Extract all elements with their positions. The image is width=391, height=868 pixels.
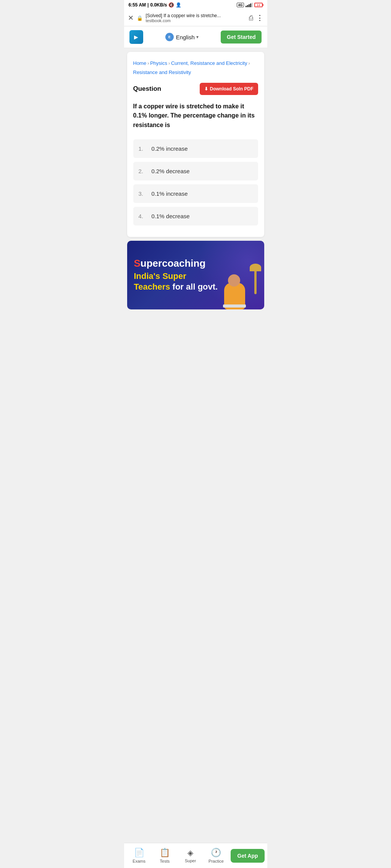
- signal-bars: [246, 3, 253, 7]
- browser-url: [Solved] If a copper wire is stretche...…: [146, 13, 246, 23]
- super-rest: upercoaching: [141, 258, 205, 269]
- user-icon: 👤: [176, 2, 181, 8]
- battery-level: 14: [257, 3, 260, 7]
- browser-menu-icon[interactable]: ⋮: [256, 14, 263, 22]
- option-2-num: 2.: [139, 168, 146, 174]
- option-4-text: 0.1% decrease: [152, 213, 190, 219]
- breadcrumb-category[interactable]: Current, Resistance and Electricity: [171, 60, 247, 68]
- option-4-num: 4.: [139, 213, 146, 219]
- data-speed: 0.0KB/s: [150, 2, 167, 8]
- banner-illustration: [222, 264, 257, 309]
- option-2-text: 0.2% decrease: [152, 168, 190, 174]
- status-left: 6:55 AM | 0.0KB/s 🔇 👤: [129, 2, 182, 8]
- download-pdf-button[interactable]: ⬇ Download Soln PDF: [200, 83, 258, 95]
- domain-label: testbook.com: [146, 18, 246, 23]
- mute-icon: 🔇: [168, 2, 174, 8]
- download-icon: ⬇: [204, 86, 208, 92]
- question-label: Question: [133, 85, 162, 93]
- question-header: Question ⬇ Download Soln PDF: [133, 83, 258, 95]
- main-content-card: Home › Physics › Current, Resistance and…: [127, 52, 264, 237]
- option-2[interactable]: 2. 0.2% decrease: [133, 162, 258, 180]
- share-icon[interactable]: ⎙: [249, 14, 253, 22]
- breadcrumb-sep-1: ›: [147, 60, 149, 67]
- nav-bar: E English ▾ Get Started: [124, 26, 267, 48]
- chevron-down-icon: ▾: [196, 34, 199, 40]
- page-title: [Solved] If a copper wire is stretche...: [146, 13, 246, 18]
- status-bar: 6:55 AM | 0.0KB/s 🔇 👤 4G 14: [124, 0, 267, 10]
- language-button[interactable]: English ▾: [176, 34, 199, 40]
- lte-label: 4G: [237, 3, 244, 7]
- question-text: If a copper wire is stretched to make it…: [133, 102, 258, 130]
- breadcrumb-sep-2: ›: [168, 60, 170, 67]
- breadcrumb: Home › Physics › Current, Resistance and…: [133, 60, 258, 77]
- supercoaching-banner[interactable]: Supercoaching India's SuperTeachers for …: [127, 241, 264, 309]
- browser-bar: ✕ 🔒 [Solved] If a copper wire is stretch…: [124, 10, 267, 26]
- get-started-button[interactable]: Get Started: [221, 31, 262, 43]
- option-4[interactable]: 4. 0.1% decrease: [133, 207, 258, 225]
- close-tab-button[interactable]: ✕: [128, 14, 134, 22]
- breadcrumb-home[interactable]: Home: [133, 60, 147, 68]
- options-list: 1. 0.2% increase 2. 0.2% decrease 3. 0.1…: [133, 139, 258, 225]
- breadcrumb-sep-3: ›: [248, 60, 250, 67]
- network-speed: |: [147, 2, 149, 8]
- option-1[interactable]: 1. 0.2% increase: [133, 139, 258, 158]
- option-1-num: 1.: [139, 145, 146, 152]
- language-icon: E: [165, 33, 174, 41]
- download-btn-label: Download Soln PDF: [210, 86, 254, 92]
- app-logo[interactable]: [129, 30, 143, 44]
- banner-line2: for all govt.: [173, 282, 218, 291]
- language-selector[interactable]: E English ▾: [165, 33, 199, 41]
- option-3[interactable]: 3. 0.1% increase: [133, 184, 258, 203]
- breadcrumb-physics[interactable]: Physics: [150, 60, 167, 68]
- language-label: English: [176, 34, 195, 40]
- lock-icon: 🔒: [137, 15, 143, 21]
- option-3-text: 0.1% increase: [152, 190, 188, 197]
- super-s: S: [134, 258, 141, 269]
- language-icon-text: E: [168, 35, 171, 39]
- battery-icon: 14: [254, 3, 263, 7]
- option-1-text: 0.2% increase: [152, 145, 188, 152]
- breadcrumb-current: Resistance and Resistivity: [133, 69, 191, 77]
- option-3-num: 3.: [139, 190, 146, 197]
- time: 6:55 AM: [129, 2, 146, 8]
- status-right: 4G 14: [237, 3, 262, 7]
